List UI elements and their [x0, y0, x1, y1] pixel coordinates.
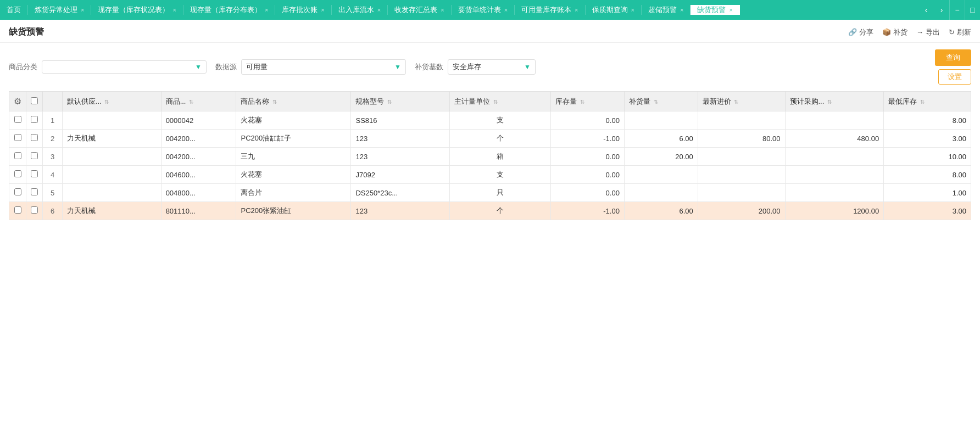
- row-checkbox-5[interactable]: [31, 188, 38, 195]
- td-stock: 0.00: [551, 111, 625, 130]
- th-stock-sort-icon: ⇅: [580, 99, 584, 105]
- refresh-icon: ↻: [949, 28, 955, 36]
- tab-overstock[interactable]: 超储预警×: [642, 5, 691, 15]
- table-container: ⚙ 默认供应... ⇅ 商品... ⇅ 商品名称: [0, 91, 980, 229]
- row-checkbox-4[interactable]: [31, 170, 38, 177]
- tab-label-abnormal: 炼货异常处理: [35, 5, 77, 15]
- td-settings[interactable]: [9, 111, 26, 130]
- nav-prev-arrow[interactable]: ‹: [918, 0, 934, 20]
- td-min-stock: 8.00: [884, 166, 971, 184]
- th-spec[interactable]: 规格型号 ⇅: [351, 92, 450, 111]
- tab-inout[interactable]: 出入库流水×: [332, 5, 388, 15]
- tab-home[interactable]: 首页: [0, 5, 28, 15]
- share-button[interactable]: 🔗 分享: [848, 27, 873, 37]
- row-settings-5[interactable]: [14, 188, 21, 195]
- tab-shortage[interactable]: 缺货预警×: [691, 5, 739, 15]
- tab-inventory-status[interactable]: 现存量（库存状况表）×: [91, 5, 183, 15]
- refresh-button[interactable]: ↻ 刷新: [949, 27, 971, 37]
- share-label: 分享: [859, 27, 873, 37]
- settings-gear-icon[interactable]: ⚙: [14, 96, 21, 107]
- tab-close-inout[interactable]: ×: [377, 7, 381, 13]
- tab-batch[interactable]: 库存批次账×: [275, 5, 331, 15]
- td-supplier: [63, 148, 162, 166]
- row-checkbox-1[interactable]: [31, 116, 38, 123]
- nav-minimize-button[interactable]: −: [949, 0, 965, 20]
- td-checkbox[interactable]: [26, 130, 43, 148]
- settings-button[interactable]: 设置: [938, 69, 971, 85]
- row-checkbox-3[interactable]: [31, 152, 38, 159]
- replenish-button[interactable]: 📦 补货: [882, 27, 907, 37]
- td-settings[interactable]: [9, 130, 26, 148]
- row-checkbox-6[interactable]: [31, 206, 38, 214]
- td-spec: J7092: [351, 166, 450, 184]
- td-stock: 0.00: [551, 166, 625, 184]
- tab-close-abnormal[interactable]: ×: [81, 7, 84, 13]
- td-checkbox[interactable]: [26, 202, 43, 220]
- tab-abnormal[interactable]: 炼货异常处理×: [28, 5, 91, 15]
- th-latest-price-label: 最新进价: [703, 97, 731, 105]
- th-goods-name[interactable]: 商品名称 ⇅: [236, 92, 351, 111]
- td-settings[interactable]: [9, 184, 26, 202]
- th-rownum: [43, 92, 63, 111]
- table-body: 10000042火花塞SS816支0.008.002力天机械004200...P…: [9, 111, 971, 220]
- tab-close-inventory-status[interactable]: ×: [172, 7, 176, 13]
- td-min-stock: 8.00: [884, 111, 971, 130]
- tab-label-batch: 库存批次账: [282, 5, 318, 15]
- datasource-select[interactable]: 可用量 ▼: [241, 59, 406, 75]
- th-supplier[interactable]: 默认供应... ⇅: [63, 92, 162, 111]
- th-unit[interactable]: 主计量单位 ⇅: [450, 92, 551, 111]
- tab-close-shortage[interactable]: ×: [729, 7, 732, 13]
- th-replenish-qty[interactable]: 补货量 ⇅: [624, 92, 698, 111]
- nav-next-arrow[interactable]: ›: [934, 0, 949, 20]
- replenish-base-select[interactable]: 安全库存 ▼: [448, 59, 536, 75]
- tab-close-demand[interactable]: ×: [504, 7, 508, 13]
- tab-inventory-dist[interactable]: 现存量（库存分布表）×: [183, 5, 275, 15]
- th-settings[interactable]: ⚙: [9, 92, 26, 111]
- th-latest-price[interactable]: 最新进价 ⇅: [698, 92, 785, 111]
- nav-scroll-arrows: ‹ ›: [918, 0, 949, 20]
- datasource-label: 数据源: [215, 62, 237, 72]
- refresh-label: 刷新: [957, 27, 971, 37]
- tab-close-inventory-dist[interactable]: ×: [265, 7, 268, 13]
- td-settings[interactable]: [9, 148, 26, 166]
- tab-close-available[interactable]: ×: [575, 7, 578, 13]
- td-settings[interactable]: [9, 166, 26, 184]
- td-checkbox[interactable]: [26, 166, 43, 184]
- td-supplier: [63, 111, 162, 130]
- query-button[interactable]: 查询: [935, 49, 971, 66]
- tab-close-collect[interactable]: ×: [441, 7, 444, 13]
- td-checkbox[interactable]: [26, 184, 43, 202]
- tab-collect[interactable]: 收发存汇总表×: [388, 5, 451, 15]
- table-row: 5004800...离合片DS250*23c...只0.001.00: [9, 184, 971, 202]
- tab-demand[interactable]: 要货单统计表×: [452, 5, 515, 15]
- td-settings[interactable]: [9, 202, 26, 220]
- tab-available[interactable]: 可用量库存账本×: [515, 5, 585, 15]
- td-rownum: 2: [43, 130, 63, 148]
- row-settings-2[interactable]: [14, 134, 21, 141]
- category-select[interactable]: ▼: [42, 60, 207, 74]
- row-settings-1[interactable]: [14, 116, 21, 123]
- tab-close-batch[interactable]: ×: [321, 7, 324, 13]
- top-navigation: 首页炼货异常处理×现存量（库存状况表）×现存量（库存分布表）×库存批次账×出入库…: [0, 0, 980, 20]
- td-checkbox[interactable]: [26, 148, 43, 166]
- row-settings-4[interactable]: [14, 170, 21, 177]
- td-unit: 只: [450, 184, 551, 202]
- export-button[interactable]: → 导出: [916, 27, 940, 37]
- row-settings-6[interactable]: [14, 206, 21, 214]
- tab-close-overstock[interactable]: ×: [680, 7, 683, 13]
- th-goods-code[interactable]: 商品... ⇅: [161, 92, 236, 111]
- th-min-stock[interactable]: 最低库存 ⇅: [884, 92, 971, 111]
- th-unit-label: 主计量单位: [454, 97, 490, 105]
- select-all-checkbox[interactable]: [31, 97, 38, 104]
- row-checkbox-2[interactable]: [31, 134, 38, 141]
- th-stock[interactable]: 库存量 ⇅: [551, 92, 625, 111]
- td-checkbox[interactable]: [26, 111, 43, 130]
- th-spec-label: 规格型号: [355, 97, 384, 105]
- th-est-purchase[interactable]: 预计采购... ⇅: [785, 92, 884, 111]
- th-checkbox[interactable]: [26, 92, 43, 111]
- nav-maximize-button[interactable]: □: [965, 0, 980, 20]
- tab-close-expiry[interactable]: ×: [631, 7, 634, 13]
- td-spec: 123: [351, 202, 450, 220]
- tab-expiry[interactable]: 保质期查询×: [586, 5, 642, 15]
- row-settings-3[interactable]: [14, 152, 21, 159]
